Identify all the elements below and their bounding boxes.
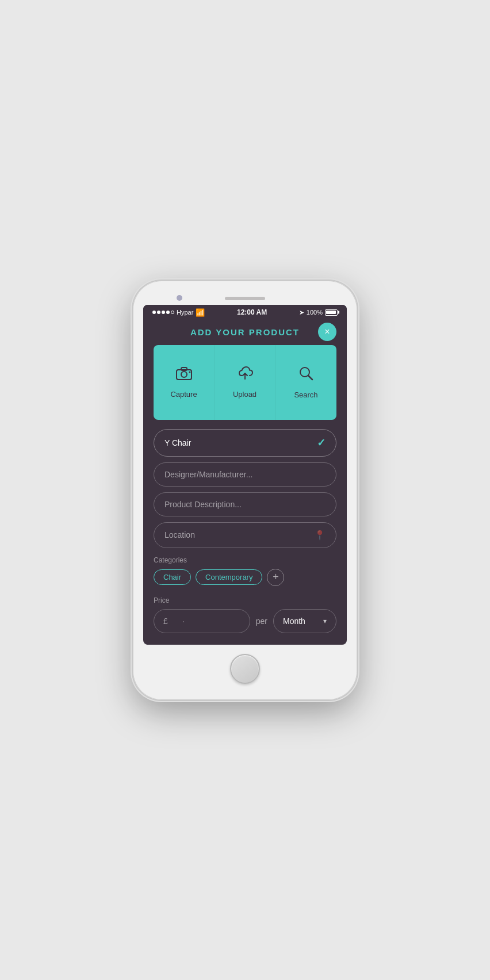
designer-placeholder: Designer/Manufacturer... — [164, 470, 252, 479]
battery-percent: 100% — [307, 309, 323, 316]
price-input-field[interactable]: £ · — [154, 609, 250, 633]
battery-icon — [325, 309, 338, 316]
search-icon — [298, 366, 313, 385]
upload-option[interactable]: Upload — [215, 345, 275, 420]
tag-contemporary[interactable]: Contemporary — [196, 569, 262, 585]
location-pin-icon: 📍 — [314, 530, 326, 541]
app-header: ADD YOUR PRODUCT × — [154, 327, 336, 337]
currency-symbol: £ — [163, 617, 168, 626]
dot5 — [171, 311, 174, 314]
home-button[interactable] — [230, 654, 260, 684]
period-dropdown[interactable]: Month ▾ — [273, 609, 336, 633]
chevron-down-icon: ▾ — [323, 617, 327, 625]
product-name-value: Y Chair — [164, 438, 191, 447]
svg-point-3 — [189, 372, 190, 373]
app-content: ADD YOUR PRODUCT × Capture — [143, 319, 347, 645]
product-name-field[interactable]: Y Chair ✓ — [154, 429, 336, 457]
price-row: £ · per Month ▾ — [154, 609, 336, 633]
phone-camera — [177, 295, 182, 301]
app-title: ADD YOUR PRODUCT — [190, 327, 300, 337]
status-time: 12:00 AM — [237, 308, 267, 316]
period-value: Month — [283, 617, 305, 626]
phone-screen: Hypar 📶 12:00 AM ➤ 100% ADD YOUR PRODUCT… — [143, 305, 347, 645]
tag-chair[interactable]: Chair — [154, 569, 191, 585]
description-field[interactable]: Product Description... — [154, 492, 336, 516]
form-section: Y Chair ✓ Designer/Manufacturer... Produ… — [154, 429, 336, 633]
per-text: per — [256, 617, 267, 626]
categories-tags: Chair Contemporary + — [154, 569, 336, 586]
wifi-icon: 📶 — [196, 308, 205, 317]
price-label: Price — [154, 596, 336, 604]
dot2 — [157, 311, 160, 314]
designer-field[interactable]: Designer/Manufacturer... — [154, 462, 336, 487]
price-dot: · — [171, 617, 185, 626]
categories-label: Categories — [154, 556, 336, 564]
camera-icon — [176, 366, 192, 384]
signal-dots — [152, 311, 174, 314]
capture-label: Capture — [170, 390, 197, 399]
dot4 — [166, 311, 170, 314]
upload-label: Upload — [233, 390, 257, 399]
categories-section: Categories Chair Contemporary + — [154, 556, 336, 586]
carrier-name: Hypar — [177, 309, 193, 316]
description-placeholder: Product Description... — [164, 500, 242, 509]
upload-icon — [237, 366, 253, 384]
dot1 — [152, 311, 156, 314]
search-option[interactable]: Search — [275, 345, 336, 420]
close-button[interactable]: × — [318, 323, 336, 341]
location-icon: ➤ — [299, 309, 304, 316]
phone-top — [143, 291, 347, 305]
search-label: Search — [294, 391, 317, 399]
image-options-grid: Capture Upload — [154, 345, 336, 420]
location-placeholder: Location — [164, 530, 195, 539]
svg-rect-2 — [181, 368, 187, 370]
phone-speaker — [225, 297, 265, 300]
location-field[interactable]: Location 📍 — [154, 522, 336, 548]
phone-frame: Hypar 📶 12:00 AM ➤ 100% ADD YOUR PRODUCT… — [133, 281, 357, 700]
dot3 — [162, 311, 165, 314]
battery-fill — [326, 311, 336, 314]
phone-bottom — [143, 645, 347, 690]
status-right: ➤ 100% — [299, 309, 338, 316]
svg-point-1 — [181, 372, 187, 377]
add-category-button[interactable]: + — [267, 569, 284, 586]
status-bar: Hypar 📶 12:00 AM ➤ 100% — [143, 305, 347, 319]
check-icon: ✓ — [317, 437, 326, 449]
capture-option[interactable]: Capture — [154, 345, 215, 420]
price-section: Price £ · per Month ▾ — [154, 596, 336, 633]
status-left: Hypar 📶 — [152, 308, 205, 317]
